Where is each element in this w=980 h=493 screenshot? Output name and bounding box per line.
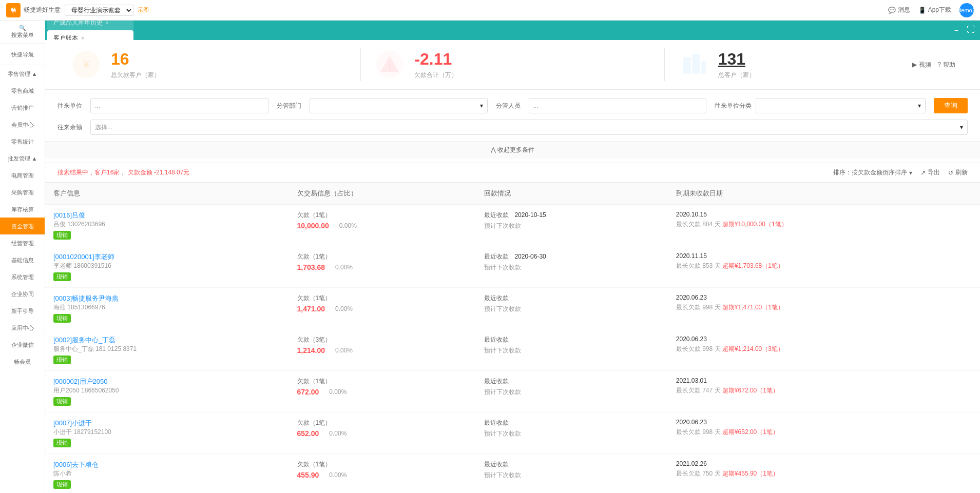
recovery-label-1: 最近收款 <box>484 253 509 260</box>
collapse-btn[interactable]: ⋀ 收起更多条件 <box>45 141 980 159</box>
customer-name-6[interactable]: [0006]去下粮仓 <box>53 460 281 469</box>
sidebar-item-purchase-mgmt[interactable]: 采购管理 <box>0 184 45 201</box>
dept-select[interactable]: ▾ <box>310 98 488 113</box>
refresh-btn[interactable]: ↺刷新 <box>948 168 968 177</box>
overdue-link-1[interactable]: 超期¥1,703.68（1笔） <box>722 262 784 269</box>
tab-minimize-btn[interactable]: － <box>951 24 962 37</box>
debt-count-0: 欠款（1笔） <box>297 211 332 220</box>
sidebar-item-system[interactable]: 系统管理 <box>0 268 45 285</box>
sidebar-item-retail-mall[interactable]: 零售商城 <box>0 82 45 99</box>
company-select[interactable]: 母婴行业演示账套 <box>65 5 133 16</box>
due-date-3: 2020.06.23 <box>676 336 972 343</box>
overdue-link-5[interactable]: 超期¥652.00（1笔） <box>722 428 779 436</box>
customer-table: 客户信息 欠交易信息（占比） 回款情况 到期未收款日期 [0016]吕俊 吕俊 … <box>45 183 980 493</box>
recovery-next-2: 预计下次收款 <box>484 305 660 313</box>
filter-source-unit: 往来单位 ... <box>57 98 268 113</box>
customer-name-4[interactable]: [000002]用户2050 <box>53 377 281 386</box>
debt-amount-0: 10,000.00 <box>297 222 329 230</box>
sidebar-item-guide[interactable]: 新手引导 <box>0 302 45 319</box>
customer-cell-5: [0007]小进干 小进干 18279152100 现销 <box>45 412 289 453</box>
tab-production[interactable]: 产成品入库单历史× <box>47 21 133 30</box>
message-btn[interactable]: 💬 消息 <box>888 6 910 14</box>
sidebar-item-finance[interactable]: 资金管理 <box>0 218 45 234</box>
menu-toggle[interactable]: 示图 <box>138 6 149 14</box>
debt-percent-3: 0.00% <box>335 347 353 354</box>
due-overdue-1: 最长欠款 853 天 超期¥1,703.68（1笔） <box>676 262 972 270</box>
stat-card-debt: ! -2.11 欠款合计（万） <box>361 48 664 81</box>
customer-name-2[interactable]: [0003]畅捷服务尹海燕 <box>53 294 281 303</box>
debt-cell-6: 欠款（1笔） 455.90 0.00% <box>289 454 476 485</box>
overdue-link-4[interactable]: 超期¥672.00（1笔） <box>722 387 779 394</box>
sidebar-item-wholesale-mgmt[interactable]: 批发管理 ▲ <box>0 150 45 167</box>
due-cell-3: 2020.06.23 最长欠款 998 天 超期¥1,214.00（3笔） <box>668 329 980 360</box>
app-download-btn[interactable]: 📱 App下载 <box>918 6 951 14</box>
table-body: [0016]吕俊 吕俊 13026203696 现销 欠款（1笔） 10,000… <box>45 205 980 494</box>
debt-percent-2: 0.00% <box>335 305 353 312</box>
classification-select[interactable]: ▾ <box>756 98 926 113</box>
due-overdue-3: 最长欠款 998 天 超期¥1,214.00（3笔） <box>676 345 972 353</box>
sort-dropdown[interactable]: 排序：按欠款金额倒序排序▾ <box>833 168 912 177</box>
stat-info-3: 131 总客户（家） <box>718 50 905 80</box>
debt-cell-4: 欠款（1笔） 672.00 0.00% <box>289 371 476 402</box>
balance-select[interactable]: 选择... ▾ <box>90 120 968 135</box>
person-input[interactable]: ... <box>529 98 707 113</box>
overdue-link-0[interactable]: 超期¥10,000.00（1笔） <box>722 221 787 228</box>
debt-count-4: 欠款（1笔） <box>297 377 332 386</box>
stat-card-customers: ¥ 16 总欠款客户（家） <box>57 48 361 81</box>
sidebar-item-weixin[interactable]: 企业微信 <box>0 336 45 353</box>
customer-tag-6: 现销 <box>53 480 71 489</box>
tab-close-production[interactable]: × <box>106 21 109 26</box>
sidebar-item-ops-mgmt[interactable]: 经营管理 <box>0 234 45 251</box>
debt-count-3: 欠款（3笔） <box>297 336 332 344</box>
sidebar-item-member[interactable]: 会员中心 <box>0 116 45 133</box>
customer-name-0[interactable]: [0016]吕俊 <box>53 211 281 220</box>
overdue-link-2[interactable]: 超期¥1,471.00（1笔） <box>722 304 784 311</box>
recovery-label-2: 最近收款 <box>484 294 509 302</box>
sidebar-item-retail-stats[interactable]: 零售统计 <box>0 133 45 150</box>
sidebar-item-vip[interactable]: 畅会员 <box>0 353 45 370</box>
overdue-link-6[interactable]: 超期¥455.90（1笔） <box>722 470 779 477</box>
debt-amount-1: 1,703.68 <box>297 263 325 271</box>
debt-count-1: 欠款（1笔） <box>297 252 332 261</box>
due-date-2: 2020.06.23 <box>676 294 972 301</box>
svg-text:!: ! <box>389 63 391 72</box>
sidebar-item-retail-mgmt[interactable]: 零售管理 ▲ <box>0 65 45 82</box>
sidebar-item-quick-nav[interactable]: 快捷导航 <box>0 46 45 63</box>
tabs-container: 首页商品上下架×产成品入库单历史×客户账本×采购订单统计表×进货单统计表（按商品… <box>47 21 134 40</box>
sidebar-item-ecommerce[interactable]: 电商管理 <box>0 167 45 184</box>
customer-phone-1: 李老师 18600391516 <box>53 262 281 270</box>
export-btn[interactable]: ↗导出 <box>920 168 940 177</box>
due-date-4: 2021.03.01 <box>676 377 972 384</box>
content-area: 首页商品上下架×产成品入库单历史×客户账本×采购订单统计表×进货单统计表（按商品… <box>45 21 980 493</box>
user-avatar[interactable]: demo2 <box>959 3 974 17</box>
overdue-link-3[interactable]: 超期¥1,214.00（3笔） <box>722 345 784 352</box>
customer-name-5[interactable]: [0007]小进干 <box>53 419 281 428</box>
video-btn[interactable]: ▶视频 <box>912 61 931 69</box>
recovery-next-6: 预计下次收款 <box>484 471 660 480</box>
search-btn[interactable]: 查询 <box>934 98 968 113</box>
sidebar-item-enterprise[interactable]: 企业协同 <box>0 285 45 302</box>
col-debt-info: 欠交易信息（占比） <box>289 183 476 205</box>
stat-label-1: 总欠款客户（家） <box>111 71 348 80</box>
recovery-date-0: 2020-10-15 <box>514 211 546 219</box>
source-unit-input[interactable]: ... <box>90 98 268 113</box>
customer-cell-4: [000002]用户2050 用户2050 18665062050 现销 <box>45 371 289 412</box>
table-row: [0001020001]李老师 李老师 18600391516 现销 欠款（1笔… <box>45 246 980 288</box>
filter-person: 分管人员 ... <box>496 98 707 113</box>
stat-label-3: 总客户（家） <box>718 71 905 80</box>
sidebar-item-apps[interactable]: 应用中心 <box>0 319 45 336</box>
table-row: [0002]服务中心_丁磊 服务中心_丁磊 181 0125 8371 现销 欠… <box>45 329 980 371</box>
tab-close-customer[interactable]: × <box>81 35 84 41</box>
help-btn[interactable]: ?帮助 <box>937 61 955 69</box>
customer-name-3[interactable]: [0002]服务中心_丁磊 <box>53 336 281 345</box>
customer-name-1[interactable]: [0001020001]李老师 <box>53 252 281 262</box>
sidebar-search[interactable]: 🔍 搜索菜单 <box>0 21 45 44</box>
sidebar-item-inventory[interactable]: 库存核算 <box>0 201 45 218</box>
svg-rect-5 <box>683 57 690 74</box>
tab-expand-btn[interactable]: ⛶ <box>966 24 976 37</box>
sidebar-item-marketing[interactable]: 营销推广 <box>0 99 45 116</box>
sidebar-item-basic-info[interactable]: 基础信息 <box>0 251 45 268</box>
customer-cell-1: [0001020001]李老师 李老师 18600391516 现销 <box>45 246 289 287</box>
col-due-date: 到期未收款日期 <box>668 183 980 205</box>
tab-customer[interactable]: 客户账本× <box>47 30 133 40</box>
